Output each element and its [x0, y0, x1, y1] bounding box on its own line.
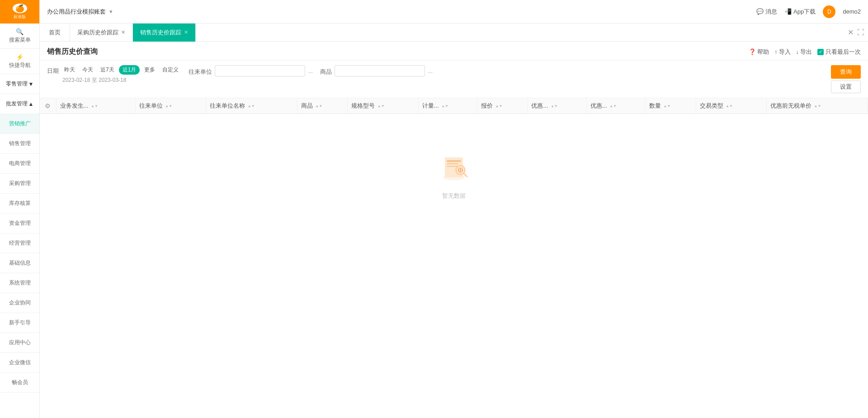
- search-icon: 🔍: [16, 28, 24, 35]
- sidebar-item-label: 批发管理: [6, 100, 28, 108]
- date-filter-options: 昨天 今天 近7天 近1月 更多 自定义 2023-02-18 至 2023-0…: [61, 65, 181, 84]
- table-header-spec: 规格型号 ▲▼: [348, 98, 418, 114]
- table-header-pretax-price: 优惠前无税单价 ▲▼: [766, 98, 868, 114]
- col-biz-date-label: 业务发生...: [60, 102, 89, 109]
- export-button[interactable]: ↓ 导出: [796, 48, 812, 56]
- sidebar-item-wechat[interactable]: 企业微信: [0, 353, 39, 373]
- logo-icon: 🍊: [13, 4, 27, 13]
- sort-icon-unit[interactable]: ▲▼: [441, 104, 448, 108]
- sidebar-item-wholesale[interactable]: 批发管理 ▲: [0, 94, 39, 114]
- chevron-down-icon: ▼: [28, 81, 34, 87]
- sort-icon-quoted-price[interactable]: ▲▼: [495, 104, 503, 108]
- col-discount1-label: 优惠...: [531, 102, 548, 109]
- tab-purchase-history-close[interactable]: ✕: [121, 29, 125, 35]
- fullscreen-icon[interactable]: ⛶: [857, 28, 864, 37]
- close-window-icon[interactable]: ✕: [848, 28, 854, 37]
- col-partner-name-label: 往来单位名称: [210, 102, 245, 109]
- sort-icon-goods[interactable]: ▲▼: [315, 104, 322, 108]
- sidebar-item-member[interactable]: 畅会员: [0, 373, 39, 393]
- sort-icon-biz-date[interactable]: ▲▼: [91, 104, 98, 108]
- sidebar-item-label: 资金管理: [9, 219, 31, 227]
- gear-icon[interactable]: ⚙: [45, 102, 51, 109]
- sidebar-item-operations[interactable]: 经营管理: [0, 233, 39, 253]
- account-title: 办公用品行业模拟账套: [47, 8, 106, 16]
- sidebar-item-inventory[interactable]: 库存核算: [0, 194, 39, 214]
- sidebar-item-label: 营销推广: [9, 120, 31, 128]
- tab-sales-history[interactable]: 销售历史价跟踪 ✕: [133, 24, 196, 42]
- sidebar-item-label: 销售管理: [9, 140, 31, 147]
- sort-icon-trade-type[interactable]: ▲▼: [726, 104, 733, 108]
- tab-home[interactable]: 首页: [40, 24, 70, 42]
- date-label: 日期: [47, 65, 59, 75]
- table-header-partner-name: 往来单位名称 ▲▼: [206, 98, 297, 114]
- message-label: 消息: [765, 8, 777, 16]
- empty-text: 暂无数据: [442, 192, 466, 200]
- table-header-goods: 商品 ▲▼: [297, 98, 348, 114]
- sidebar-item-label: 快捷导航: [9, 62, 31, 69]
- sort-icon-quantity[interactable]: ▲▼: [664, 104, 671, 108]
- search-button[interactable]: 查询: [831, 65, 861, 79]
- date-option-last1m[interactable]: 近1月: [119, 65, 140, 75]
- sidebar-item-label: 搜索菜单: [9, 36, 31, 44]
- sidebar-item-quick-nav[interactable]: ⚡ 快捷导航: [0, 49, 39, 74]
- sidebar-item-label: 零售管理: [6, 80, 28, 88]
- date-option-custom[interactable]: 自定义: [160, 65, 181, 75]
- sidebar-item-sales[interactable]: 销售管理: [0, 134, 39, 154]
- sidebar-item-finance[interactable]: 资金管理: [0, 214, 39, 233]
- date-option-last7[interactable]: 近7天: [98, 65, 117, 75]
- table-container: ⚙ 业务发生... ▲▼ 往来单位 ▲▼ 往来单位名称: [40, 98, 868, 418]
- results-table: ⚙ 业务发生... ▲▼ 往来单位 ▲▼ 往来单位名称: [40, 98, 868, 114]
- sort-icon-pretax-price[interactable]: ▲▼: [814, 104, 821, 108]
- message-icon: 💬: [756, 8, 764, 15]
- partner-label: 往来单位: [189, 66, 212, 76]
- only-last-checkbox[interactable]: ✓ 只看最后一次: [817, 48, 861, 56]
- date-option-today[interactable]: 今天: [80, 65, 96, 75]
- sort-icon-partner-name[interactable]: ▲▼: [248, 104, 255, 108]
- sidebar-item-search-menu[interactable]: 🔍 搜索菜单: [0, 24, 39, 49]
- export-icon: ↓: [796, 48, 799, 55]
- partner-input[interactable]: [215, 65, 305, 76]
- empty-illustration: [436, 150, 472, 186]
- account-dropdown-icon[interactable]: ▾: [109, 8, 113, 15]
- app-download-button[interactable]: 📲 App下载: [784, 8, 816, 16]
- sort-icon-discount2[interactable]: ▲▼: [609, 104, 617, 108]
- date-option-more[interactable]: 更多: [142, 65, 158, 75]
- logo: 🍊 标准版: [0, 0, 39, 24]
- sidebar-item-marketing[interactable]: 营销推广: [0, 114, 39, 134]
- message-button[interactable]: 💬 消息: [756, 8, 777, 16]
- tab-purchase-history-label: 采购历史价跟踪: [77, 28, 118, 37]
- goods-input[interactable]: [335, 65, 425, 76]
- main-area: 办公用品行业模拟账套 ▾ 💬 消息 📲 App下载 D demo2 首页 采购历…: [40, 0, 868, 418]
- help-button[interactable]: ❓ 帮助: [749, 48, 769, 56]
- sidebar-item-label: 基础信息: [9, 259, 31, 267]
- sidebar-item-retail[interactable]: 零售管理 ▼: [0, 74, 39, 94]
- sidebar-item-system[interactable]: 系统管理: [0, 273, 39, 293]
- sort-icon-discount1[interactable]: ▲▼: [551, 104, 558, 108]
- partner-ellipsis-button[interactable]: ...: [308, 67, 313, 74]
- svg-line-7: [464, 174, 467, 176]
- date-option-yesterday[interactable]: 昨天: [61, 65, 78, 75]
- sidebar-item-appstore[interactable]: 应用中心: [0, 333, 39, 353]
- export-label: 导出: [800, 48, 812, 56]
- page-actions: ❓ 帮助 ↑ 导入 ↓ 导出 ✓ 只看最后一次: [749, 48, 861, 56]
- partner-filter-group: 往来单位 ...: [189, 65, 313, 76]
- col-quoted-price-label: 报价: [481, 102, 493, 109]
- app-download-icon: 📲: [784, 8, 792, 15]
- table-header-quoted-price: 报价 ▲▼: [477, 98, 528, 114]
- settings-button[interactable]: 设置: [831, 81, 861, 93]
- table-header-unit: 计量... ▲▼: [418, 98, 477, 114]
- sort-icon-spec[interactable]: ▲▼: [377, 104, 385, 108]
- col-pretax-price-label: 优惠前无税单价: [770, 102, 811, 109]
- tab-purchase-history[interactable]: 采购历史价跟踪 ✕: [70, 24, 133, 42]
- tab-sales-history-close[interactable]: ✕: [184, 29, 188, 35]
- sidebar-item-basic[interactable]: 基础信息: [0, 253, 39, 273]
- sidebar-item-guide[interactable]: 新手引导: [0, 313, 39, 333]
- sidebar-item-enterprise[interactable]: 企业协同: [0, 293, 39, 313]
- sidebar-item-label: 企业协同: [9, 299, 31, 307]
- import-button[interactable]: ↑ 导入: [774, 48, 791, 56]
- avatar[interactable]: D: [823, 5, 835, 18]
- sort-icon-partner-code[interactable]: ▲▼: [165, 104, 172, 108]
- goods-ellipsis-button[interactable]: ...: [428, 67, 433, 74]
- sidebar-item-purchase[interactable]: 采购管理: [0, 174, 39, 194]
- sidebar-item-ecommerce[interactable]: 电商管理: [0, 154, 39, 174]
